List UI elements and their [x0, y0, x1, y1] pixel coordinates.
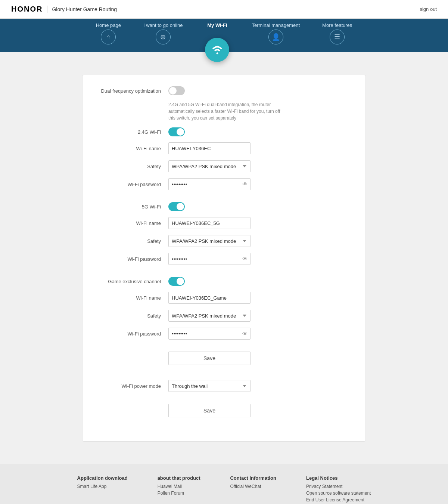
more-icon: ☰ [330, 30, 345, 44]
wifi-24g-safety-row: Safety WPA/WPA2 PSK mixed mode WPA2 PSK … [97, 160, 351, 172]
wifi-5g-slider [168, 202, 185, 211]
wifi-24g-name-row: Wi-Fi name [97, 142, 351, 154]
wifi-24g-password-row: Wi-Fi password 👁 [97, 178, 351, 190]
wifi-24g-password-input[interactable] [168, 178, 251, 190]
nav-item-online[interactable]: I want to go online ⊕ [143, 22, 183, 44]
footer-link-privacy[interactable]: Privacy Statement [306, 484, 371, 489]
wifi-icon [205, 38, 229, 62]
footer: Application download Smart Life App abou… [0, 464, 448, 504]
game-name-label: Wi-Fi name [97, 295, 168, 301]
game-eye-icon[interactable]: 👁 [242, 331, 248, 337]
header: HONOR Glory Hunter Game Routing sign out [0, 0, 448, 19]
game-password-input[interactable] [168, 328, 251, 340]
power-mode-label: Wi-Fi power mode [97, 383, 168, 389]
wifi-5g-label: 5G Wi-Fi [97, 204, 168, 210]
wifi-5g-password-row: Wi-Fi password 👁 [97, 253, 351, 265]
footer-col-product-heading: about that product [158, 475, 200, 481]
game-password-row: Wi-Fi password 👁 [97, 328, 351, 340]
nav-label-more: More features [322, 22, 352, 28]
wifi-24g-safety-label: Safety [97, 164, 168, 169]
nav-label-home: Home page [96, 22, 121, 28]
nav-item-home[interactable]: Home page ⌂ [96, 22, 121, 44]
footer-col-legal: Legal Notices Privacy Statement Open sou… [306, 475, 371, 504]
game-channel-label: Game exclusive channel [97, 279, 168, 284]
footer-col-contact-heading: Contact information [230, 475, 276, 481]
wifi-24g-label: 2.4G Wi-Fi [97, 129, 168, 135]
game-password-label: Wi-Fi password [97, 331, 168, 337]
footer-col-product: about that product Huawei Mall Pollen Fo… [158, 475, 200, 504]
footer-link-wechat[interactable]: Official WeChat [230, 484, 276, 489]
home-icon: ⌂ [101, 30, 116, 44]
svg-point-0 [216, 52, 218, 54]
signout-button[interactable]: sign out [420, 6, 437, 12]
game-safety-row: Safety WPA/WPA2 PSK mixed mode WPA2 PSK … [97, 310, 351, 322]
wifi-5g-safety-select[interactable]: WPA/WPA2 PSK mixed mode WPA2 PSK None [168, 235, 251, 247]
app-title: Glory Hunter Game Routing [52, 6, 117, 12]
header-divider [47, 6, 47, 13]
footer-link-eula[interactable]: End User License Agreement [306, 497, 371, 503]
save-button-2[interactable]: Save [168, 404, 251, 417]
save-button-1[interactable]: Save [168, 352, 251, 365]
wifi-5g-name-row: Wi-Fi name [97, 217, 351, 229]
wifi-24g-password-container: 👁 [168, 178, 251, 190]
wifi-24g-row: 2.4G Wi-Fi [97, 127, 351, 136]
dual-freq-label: Dual frequency optimization [97, 88, 168, 94]
power-mode-row: Wi-Fi power mode Through the wall Standa… [97, 380, 351, 392]
footer-link-opensource[interactable]: Open source software statement [306, 491, 371, 496]
main-content: Dual frequency optimization 2.4G and 5G … [0, 52, 448, 457]
wifi-24g-safety-select[interactable]: WPA/WPA2 PSK mixed mode WPA2 PSK None [168, 160, 251, 172]
footer-col-legal-heading: Legal Notices [306, 475, 371, 481]
dual-freq-row: Dual frequency optimization [97, 86, 351, 95]
wifi-5g-password-input[interactable] [168, 253, 251, 265]
nav-item-wifi[interactable]: My Wi-Fi [205, 22, 229, 55]
wifi-24g-password-label: Wi-Fi password [97, 182, 168, 187]
wifi-5g-eye-icon[interactable]: 👁 [242, 256, 248, 262]
nav-item-terminal[interactable]: Terminal management 👤 [252, 22, 300, 44]
game-safety-select[interactable]: WPA/WPA2 PSK mixed mode WPA2 PSK None [168, 310, 251, 322]
wifi-24g-name-label: Wi-Fi name [97, 146, 168, 151]
nav-items: Home page ⌂ I want to go online ⊕ My Wi-… [0, 22, 448, 55]
footer-col-download: Application download Smart Life App [77, 475, 128, 504]
wifi-24g-slider [168, 127, 185, 136]
wifi-5g-password-container: 👁 [168, 253, 251, 265]
footer-link-pollen-forum[interactable]: Pollen Forum [158, 491, 200, 496]
footer-col-contact: Contact information Official WeChat [230, 475, 276, 504]
footer-columns: Application download Smart Life App abou… [22, 475, 426, 504]
footer-col-download-heading: Application download [77, 475, 128, 481]
wifi-5g-row: 5G Wi-Fi [97, 202, 351, 211]
game-channel-toggle[interactable] [168, 277, 185, 286]
game-channel-row: Game exclusive channel [97, 277, 351, 286]
game-name-row: Wi-Fi name [97, 292, 351, 304]
dual-freq-desc: 2.4G and 5G Wi-Fi dual-band integration,… [168, 101, 280, 121]
dual-freq-toggle[interactable] [168, 86, 185, 95]
nav-bar: Home page ⌂ I want to go online ⊕ My Wi-… [0, 19, 448, 52]
dual-freq-slider [168, 86, 185, 95]
terminal-icon: 👤 [268, 30, 283, 44]
footer-link-huawei-mall[interactable]: Huawei Mall [158, 484, 200, 489]
wifi-5g-toggle[interactable] [168, 202, 185, 211]
game-password-container: 👁 [168, 328, 251, 340]
wifi-5g-password-label: Wi-Fi password [97, 256, 168, 262]
nav-item-more[interactable]: More features ☰ [322, 22, 352, 44]
wifi-5g-name-input[interactable] [168, 217, 251, 229]
wifi-24g-eye-icon[interactable]: 👁 [242, 181, 248, 187]
game-channel-slider [168, 277, 185, 286]
nav-label-terminal: Terminal management [252, 22, 300, 28]
wifi-24g-name-input[interactable] [168, 142, 251, 154]
honor-logo: HONOR [11, 5, 43, 13]
wifi-5g-name-label: Wi-Fi name [97, 220, 168, 226]
game-name-input[interactable] [168, 292, 251, 304]
nav-label-wifi: My Wi-Fi [207, 22, 227, 28]
brand: HONOR Glory Hunter Game Routing [11, 5, 117, 13]
game-safety-label: Safety [97, 313, 168, 319]
wifi-5g-safety-label: Safety [97, 238, 168, 244]
wifi-24g-toggle[interactable] [168, 127, 185, 136]
footer-link-smart-life[interactable]: Smart Life App [77, 484, 128, 489]
settings-card: Dual frequency optimization 2.4G and 5G … [82, 75, 366, 442]
online-icon: ⊕ [156, 30, 171, 44]
wifi-5g-safety-row: Safety WPA/WPA2 PSK mixed mode WPA2 PSK … [97, 235, 351, 247]
power-mode-select[interactable]: Through the wall Standard Balanced [168, 380, 251, 392]
nav-label-online: I want to go online [143, 22, 183, 28]
